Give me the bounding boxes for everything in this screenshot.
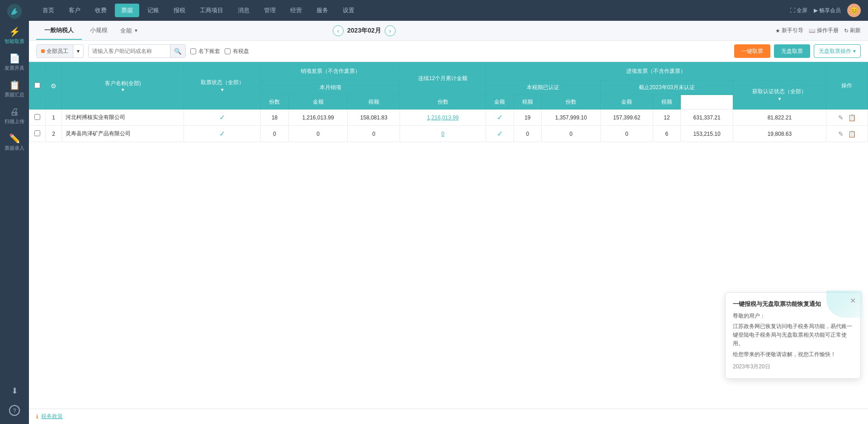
sidebar-item-label: 扫描上传 — [5, 118, 24, 125]
refresh-btn[interactable]: ↻ 刷新 — [844, 27, 861, 34]
select-all-checkbox[interactable] — [34, 82, 40, 88]
th-monthly-sales: 本月销项 — [261, 81, 400, 95]
th-sales-num: 份数 — [261, 95, 289, 110]
fetch-status-icon-2: ✓ — [219, 130, 225, 138]
fetch-status-filter-icon[interactable]: ▼ — [220, 87, 225, 92]
sidebar-download[interactable]: ⬇ — [0, 382, 29, 400]
sidebar-item-issue-invoice[interactable]: 📄 发票开具 — [0, 49, 29, 76]
nav-home[interactable]: 首页 — [36, 4, 61, 17]
cumulative-link-2[interactable]: 0 — [441, 131, 444, 137]
nav-management[interactable]: 管理 — [258, 4, 282, 17]
new-guide-label: 新手引导 — [782, 27, 803, 34]
vip-btn[interactable]: ▶ 畅享会员 — [814, 7, 841, 14]
sub-account-checkbox[interactable] — [190, 48, 196, 54]
sidebar-item-invoice-summary[interactable]: 📋 票据汇总 — [0, 76, 29, 103]
th-sales-group: 销项发票（不含作废票） — [261, 62, 400, 81]
nav-operations[interactable]: 经营 — [284, 4, 308, 17]
new-guide-btn[interactable]: ★ 新手引导 — [775, 27, 803, 34]
view-icon-1[interactable]: 📋 — [848, 114, 856, 121]
search-button[interactable]: 🔍 — [170, 45, 185, 57]
vip-icon: ▶ — [814, 7, 818, 14]
help-icon: ? — [9, 405, 20, 416]
has-plate-checkbox[interactable] — [225, 48, 231, 54]
td-fetch-status-2: ✓ — [184, 126, 261, 142]
th-customer-label: 客户名称(全部) — [66, 80, 180, 87]
sidebar-bottom: ⬇ ? — [0, 382, 29, 424]
th-current-period-certified: 本税期已认证 — [486, 81, 600, 95]
issue-invoice-icon: 📄 — [9, 54, 20, 63]
table-row: 2 灵寿县尚泽矿产品有限公司 ✓ 0 0 0 0 — [29, 126, 868, 142]
sub-account-checkbox-label[interactable]: 名下账套 — [190, 48, 220, 55]
td-sales-amount-2: 0 — [288, 126, 348, 142]
view-icon-2[interactable]: 📋 — [848, 130, 856, 138]
nav-services[interactable]: 服务 — [310, 4, 335, 17]
td-uncert-tax-2: 19,808.63 — [733, 126, 826, 142]
search-input[interactable] — [89, 45, 170, 57]
no-disk-operations-dropdown[interactable]: 无盘取票操作 ▾ — [814, 44, 861, 58]
chevron-down-icon: ▾ — [77, 48, 80, 54]
sidebar-item-data-entry[interactable]: ✏️ 票据录入 — [0, 129, 29, 156]
filter-icon[interactable]: ▼ — [121, 87, 125, 92]
nav-customer[interactable]: 客户 — [62, 4, 87, 17]
edit-icon-2[interactable]: ✎ — [838, 130, 844, 138]
one-click-fetch-button[interactable]: 一键取票 — [734, 44, 770, 58]
td-cumulative-2: 0 — [400, 126, 486, 142]
th-customer: 客户名称(全部) ▼ — [62, 62, 184, 110]
cert-status-filter-icon[interactable]: ▼ — [777, 96, 782, 101]
has-plate-checkbox-label[interactable]: 有税盘 — [225, 48, 249, 55]
td-uncert-tax-1: 81,822.21 — [733, 110, 826, 126]
gear-icon[interactable]: ⚙ — [51, 82, 57, 90]
month-display: 2023年02月 — [347, 27, 381, 35]
tab-general-taxpayer[interactable]: 一般纳税人 — [36, 22, 82, 40]
sidebar-logo — [0, 0, 29, 23]
nav-settings[interactable]: 设置 — [336, 4, 361, 17]
tab-small-scale[interactable]: 小规模 — [82, 22, 116, 40]
sidebar: ⚡ 智能取票 📄 发票开具 📋 票据汇总 🖨 扫描上传 ✏️ 票据录入 ⬇ ? — [0, 0, 29, 424]
main-table: ⚙ 客户名称(全部) ▼ 取票状态（全部） ▼ 销项发票（不含作废票） 连续12… — [29, 62, 868, 142]
employee-select-value[interactable]: ▾ — [73, 45, 83, 57]
refresh-icon: ↻ — [844, 28, 849, 34]
th-purch-cert-num: 份数 — [400, 95, 486, 110]
nav-receivables[interactable]: 收费 — [89, 4, 113, 17]
td-purch-cert-amount-1: 1,357,999.10 — [542, 110, 601, 126]
manual-btn[interactable]: 📖 操作手册 — [809, 27, 839, 34]
nav-invoices[interactable]: 票据 — [115, 4, 139, 17]
td-customer-1: 河北柯搏核实业有限公司 — [62, 110, 184, 126]
notification-close-button[interactable]: ✕ — [850, 296, 856, 305]
month-prev-btn[interactable]: ‹ — [333, 25, 344, 36]
td-purch-cert-amount-2: 0 — [542, 126, 601, 142]
employee-select-label: 全部员工 — [37, 45, 73, 57]
no-disk-fetch-button[interactable]: 无盘取票 — [774, 44, 810, 58]
table-row: 1 河北柯搏核实业有限公司 ✓ 18 1,216,013.99 158,081.… — [29, 110, 868, 126]
edit-icon-1[interactable]: ✎ — [838, 114, 844, 121]
notification-body: 尊敬的用户： 江苏政务网已恢复访问电子税务局功能，易代账一键登陆电子税务局与无盘… — [733, 312, 853, 371]
td-fetch-status-1: ✓ — [184, 110, 261, 126]
tab-all[interactable]: 全能 ▼ — [116, 22, 143, 39]
sidebar-item-scan-upload[interactable]: 🖨 扫描上传 — [0, 103, 29, 129]
sidebar-item-smart-fetch[interactable]: ⚡ 智能取票 — [0, 23, 29, 49]
month-next-btn[interactable]: › — [385, 25, 396, 36]
avatar[interactable]: 😊 — [847, 4, 861, 17]
nav-tax[interactable]: 报税 — [167, 4, 192, 17]
nav-business[interactable]: 工商项目 — [193, 4, 230, 17]
cumulative-link-1[interactable]: 1,216,013.99 — [427, 114, 459, 121]
manual-icon: 📖 — [809, 28, 816, 34]
sidebar-item-label: 票据汇总 — [5, 91, 24, 98]
td-cert-status-2: ✓ — [486, 126, 514, 142]
sidebar-help[interactable]: ? — [0, 401, 29, 419]
td-sales-tax-1: 158,081.83 — [348, 110, 400, 126]
footer-tax-policy-link[interactable]: 税务政策 — [41, 413, 63, 420]
sidebar-item-label: 票据录入 — [5, 145, 24, 152]
td-sales-tax-2: 0 — [348, 126, 400, 142]
no-disk-operations-label: 无盘取票操作 — [819, 48, 851, 55]
table-body: 1 河北柯搏核实业有限公司 ✓ 18 1,216,013.99 158,081.… — [29, 110, 868, 142]
th-action: 操作 — [826, 62, 868, 110]
employee-select[interactable]: 全部员工 ▾ — [36, 44, 84, 58]
row-checkbox-1[interactable] — [34, 114, 40, 120]
nav-messages[interactable]: 消息 — [231, 4, 256, 17]
fullscreen-btn[interactable]: ⛶ 全屏 — [790, 7, 807, 14]
nav-accounting[interactable]: 记账 — [141, 4, 165, 17]
row-checkbox-2[interactable] — [34, 130, 40, 136]
data-entry-icon: ✏️ — [9, 134, 20, 143]
table-header-row-1: ⚙ 客户名称(全部) ▼ 取票状态（全部） ▼ 销项发票（不含作废票） 连续12… — [29, 62, 868, 81]
